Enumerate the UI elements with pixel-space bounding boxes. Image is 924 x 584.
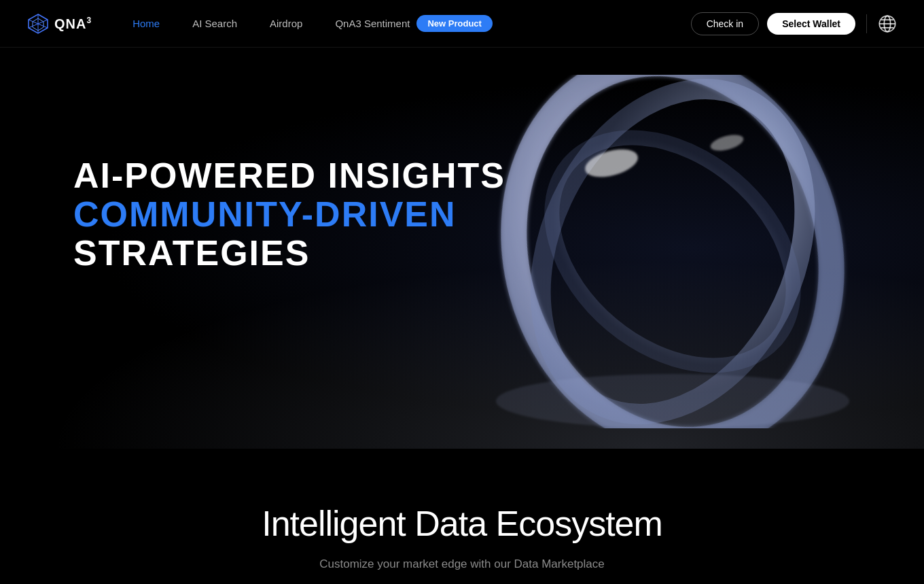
nav-divider [866,14,867,33]
logo-icon [27,13,49,35]
hero-content: AI-POWERED INSIGHTS COMMUNITY-DRIVEN STR… [73,156,505,273]
nav-home[interactable]: Home [132,18,160,29]
logo-text: QNA3 [54,16,92,32]
hero-section: AI-POWERED INSIGHTS COMMUNITY-DRIVEN STR… [0,48,924,449]
hero-line2: COMMUNITY-DRIVEN [73,195,505,234]
nav-ai-search[interactable]: AI Search [192,18,237,29]
new-product-badge[interactable]: New Product [416,15,492,32]
bottom-subtitle: Customize your market edge with our Data… [27,557,897,571]
svg-point-14 [709,132,745,154]
logo[interactable]: QNA3 [27,13,92,35]
navbar: QNA3 Home AI Search Airdrop QnA3 Sentime… [0,0,924,48]
select-wallet-button[interactable]: Select Wallet [767,13,855,35]
globe-icon[interactable] [878,14,897,33]
nav-sentiment[interactable]: QnA3 Sentiment New Product [335,15,493,32]
bottom-section: Intelligent Data Ecosystem Customize you… [0,449,924,584]
bottom-title: Intelligent Data Ecosystem [27,503,897,544]
hero-line3: STRATEGIES [73,234,505,273]
hero-3d-visual [462,75,883,428]
ring-svg [462,75,883,428]
nav-airdrop[interactable]: Airdrop [270,18,302,29]
hero-line1: AI-POWERED INSIGHTS [73,156,505,195]
checkin-button[interactable]: Check in [691,12,759,35]
svg-point-15 [496,374,849,428]
nav-links: Home AI Search Airdrop QnA3 Sentiment Ne… [132,15,691,32]
nav-right: Check in Select Wallet [691,12,897,35]
